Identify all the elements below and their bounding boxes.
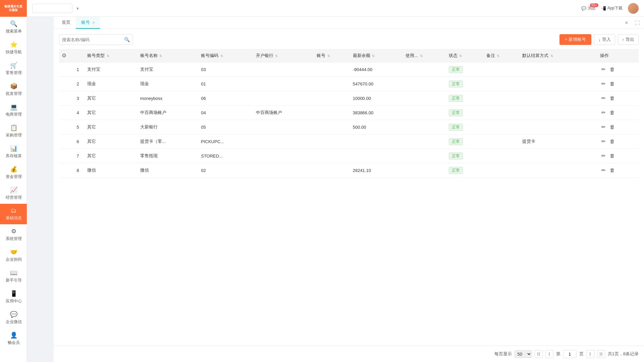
row-no: 8: [71, 163, 85, 178]
import-icon: ↓: [598, 37, 601, 42]
row-usage: [403, 149, 446, 163]
edit-button[interactable]: ✏: [600, 80, 607, 87]
row-name: 中百商场账户: [138, 106, 199, 120]
edit-button[interactable]: ✏: [600, 66, 607, 73]
col-default-settlement[interactable]: 默认结算方式 ⇅: [520, 49, 597, 62]
row-code: 02: [198, 163, 253, 178]
col-type[interactable]: 账号类型 ⇅: [85, 49, 138, 62]
sidebar-item-member[interactable]: 👤 畅会员: [0, 328, 27, 349]
edit-button[interactable]: ✏: [600, 167, 607, 174]
next-page-button[interactable]: ⟩: [586, 350, 594, 358]
row-default-settlement: [520, 106, 597, 120]
sidebar-item-retail[interactable]: 🛒 零售管理: [0, 58, 27, 79]
topbar-search-input[interactable]: [32, 4, 72, 13]
sidebar-item-quick-nav[interactable]: ⭐ 快捷导航: [0, 38, 27, 58]
tab-home[interactable]: 首页: [56, 17, 76, 29]
row-account: [314, 62, 350, 77]
export-icon: ↑: [622, 37, 625, 42]
row-bank: [253, 120, 314, 134]
delete-button[interactable]: 🗑: [608, 80, 616, 87]
table-row: 1 支付宝 支付宝 03 -90444.00 正常 ✏ 🗑: [59, 62, 639, 77]
row-setting: [59, 163, 71, 178]
sidebar-item-guide[interactable]: 📖 新手引导: [0, 266, 27, 287]
search-input[interactable]: [62, 37, 124, 42]
sidebar-item-purchase[interactable]: 📋 采购管理: [0, 121, 27, 141]
row-type: 其它: [85, 149, 138, 163]
app-download-button[interactable]: 📲 App下载: [601, 5, 623, 11]
topbar-dropdown-icon[interactable]: ▾: [76, 6, 79, 11]
edit-button[interactable]: ✏: [600, 95, 607, 102]
tab-accounts[interactable]: 账号 ×: [76, 17, 100, 29]
delete-button[interactable]: 🗑: [608, 123, 616, 130]
row-actions: ✏ 🗑: [597, 163, 639, 178]
tab-expand-area: ✕ ⛶: [623, 19, 641, 27]
edit-button[interactable]: ✏: [600, 109, 607, 116]
row-account: [314, 120, 350, 134]
inventory-icon: 📊: [10, 145, 17, 152]
page-size-select[interactable]: 50 20 100: [515, 350, 532, 358]
row-balance: 547670.00: [350, 77, 403, 91]
col-name[interactable]: 账号名称 ⇅: [138, 49, 199, 62]
table-row: 3 其它 moneybosx 06 10000.00 正常 ✏ 🗑: [59, 91, 639, 106]
col-usage[interactable]: 使用... ⇅: [403, 49, 446, 62]
col-note[interactable]: 备注 ⇅: [484, 49, 520, 62]
wholesale-icon: 📦: [10, 82, 17, 90]
delete-button[interactable]: 🗑: [608, 66, 616, 73]
sort-bank-icon: ⇅: [275, 54, 278, 58]
col-status[interactable]: 状态 ⇅: [446, 49, 484, 62]
delete-button[interactable]: 🗑: [608, 167, 616, 174]
sidebar-item-inventory[interactable]: 📊 库存核算: [0, 141, 27, 162]
tab-close-accounts[interactable]: ×: [93, 20, 95, 24]
row-setting: [59, 77, 71, 91]
col-code[interactable]: 账号编码 ⇅: [198, 49, 253, 62]
sidebar-item-app-center[interactable]: 📱 应用中心: [0, 287, 27, 307]
first-page-button[interactable]: ⟨⟨: [535, 350, 543, 358]
table-row: 7 其它 零售抵现 STORED... 正常 ✏ 🗑: [59, 149, 639, 163]
edit-button[interactable]: ✏: [600, 123, 607, 131]
search-icon[interactable]: 🔍: [124, 37, 130, 42]
row-actions: ✏ 🗑: [597, 134, 639, 149]
import-button[interactable]: ↓ 导入: [594, 34, 615, 45]
export-button[interactable]: ↑ 导出: [618, 34, 639, 45]
row-setting: [59, 134, 71, 149]
sidebar-item-enterprise-wechat[interactable]: 💬 企业微信: [0, 307, 27, 328]
add-account-button[interactable]: + 新增账号: [559, 34, 591, 45]
row-note: [484, 62, 520, 77]
tab-close-all-button[interactable]: ✕: [623, 19, 631, 27]
row-balance: 28241.10: [350, 163, 403, 178]
col-bank[interactable]: 开户银行 ⇅: [253, 49, 314, 62]
row-usage: [403, 120, 446, 134]
sidebar-item-ecommerce[interactable]: 💻 电商管理: [0, 100, 27, 121]
message-button[interactable]: 💬 消息 99+: [581, 5, 596, 11]
delete-button[interactable]: 🗑: [608, 138, 616, 145]
row-bank: [253, 163, 314, 178]
tabs-bar: 首页 账号 × ✕ ⛶: [54, 17, 644, 29]
topbar-left: ▾: [32, 4, 79, 13]
edit-button[interactable]: ✏: [600, 152, 607, 160]
tab-fullscreen-button[interactable]: ⛶: [633, 19, 641, 27]
row-type: 其它: [85, 134, 138, 149]
row-setting: [59, 106, 71, 120]
edit-button[interactable]: ✏: [600, 138, 607, 145]
col-balance[interactable]: 最新余额 ⇅: [350, 49, 403, 62]
page-number-input[interactable]: [563, 350, 577, 358]
delete-button[interactable]: 🗑: [608, 95, 616, 102]
delete-button[interactable]: 🗑: [608, 152, 616, 159]
prev-page-button[interactable]: ⟨: [545, 350, 553, 358]
column-settings-icon[interactable]: ⚙: [62, 53, 66, 58]
sidebar-item-search-menu[interactable]: 🔍 搜索菜单: [0, 17, 27, 38]
delete-button[interactable]: 🗑: [608, 109, 616, 116]
row-usage: [403, 134, 446, 149]
col-no: [71, 49, 85, 62]
user-avatar[interactable]: [628, 3, 639, 14]
row-actions: ✏ 🗑: [597, 62, 639, 77]
row-status: 正常: [446, 120, 484, 134]
sidebar-item-operations[interactable]: 📈 经营管理: [0, 183, 27, 204]
sidebar-item-wholesale[interactable]: 📦 批发管理: [0, 79, 27, 100]
col-account[interactable]: 账号 ⇅: [314, 49, 350, 62]
sidebar-item-system[interactable]: ⚙ 系统管理: [0, 224, 27, 245]
sidebar-item-finance[interactable]: 💰 资金管理: [0, 162, 27, 183]
last-page-button[interactable]: ⟩⟩: [597, 350, 605, 358]
sidebar-item-basic-info[interactable]: 🗂 基础信息: [0, 204, 27, 224]
sidebar-item-enterprise-agreement[interactable]: 🤝 企业协同: [0, 245, 27, 266]
